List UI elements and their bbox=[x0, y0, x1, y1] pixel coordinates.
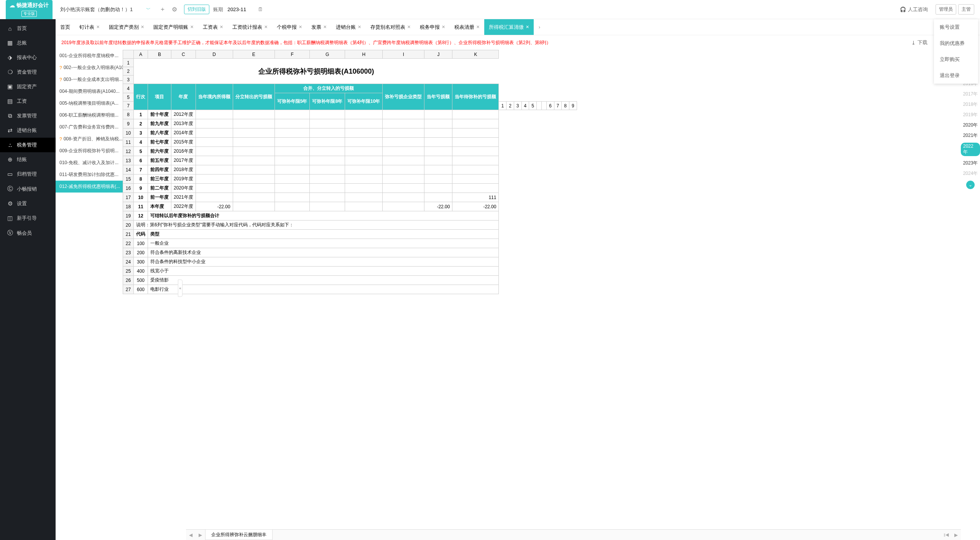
cell[interactable]: 25 bbox=[123, 267, 134, 276]
cell[interactable]: 合并、分立转入的亏损额 bbox=[275, 84, 383, 93]
cell[interactable] bbox=[275, 147, 310, 156]
cell[interactable] bbox=[233, 138, 275, 147]
tab[interactable]: 工资表✕ bbox=[198, 19, 228, 35]
form-list-item[interactable]: 005-纳税调整项目明细表(A... bbox=[56, 97, 123, 109]
old-version-button[interactable]: 切到旧版 bbox=[184, 5, 209, 14]
cell[interactable]: D bbox=[196, 50, 233, 59]
cell[interactable] bbox=[383, 184, 424, 193]
cell[interactable]: 可弥补年限5年 bbox=[275, 93, 310, 110]
cell[interactable]: -22.00 bbox=[424, 202, 452, 211]
role-admin-button[interactable]: 管理员 bbox=[936, 4, 956, 15]
form-list-item[interactable]: ?008-资产折旧、摊销及纳税... bbox=[56, 133, 123, 145]
cell[interactable] bbox=[310, 202, 345, 211]
cell[interactable] bbox=[196, 165, 233, 175]
cell[interactable] bbox=[233, 110, 275, 119]
cell[interactable]: -22.00 bbox=[196, 202, 233, 211]
cell[interactable] bbox=[345, 165, 383, 175]
cell[interactable] bbox=[345, 184, 383, 193]
cell[interactable]: 10 bbox=[123, 128, 134, 138]
cell[interactable] bbox=[345, 119, 383, 128]
cell[interactable]: 前八年度 bbox=[148, 128, 171, 138]
cell[interactable]: 2022年度 bbox=[171, 202, 196, 211]
cell[interactable]: 20 bbox=[123, 221, 134, 230]
cell[interactable]: 1 bbox=[134, 110, 148, 119]
cell[interactable]: 4 bbox=[134, 138, 148, 147]
cell[interactable]: 行次 bbox=[134, 84, 148, 110]
cell[interactable]: 7 bbox=[123, 102, 134, 110]
close-icon[interactable]: ✕ bbox=[358, 25, 361, 30]
cell[interactable] bbox=[123, 50, 134, 59]
cell[interactable]: 当年待弥补的亏损额 bbox=[452, 84, 499, 110]
user-menu-item[interactable]: 我的优惠券 bbox=[934, 35, 978, 51]
cell[interactable] bbox=[452, 138, 499, 147]
cell[interactable]: 2017年度 bbox=[171, 156, 196, 165]
cell[interactable] bbox=[383, 119, 424, 128]
year-item[interactable]: 2023年 bbox=[963, 160, 978, 166]
cell[interactable]: C bbox=[171, 50, 196, 59]
cell[interactable] bbox=[345, 193, 383, 202]
cell[interactable] bbox=[424, 156, 452, 165]
cell[interactable] bbox=[310, 165, 345, 175]
cell[interactable]: 说明：第6列"弥补亏损企业类型"需要手动输入对应代码，代码对应关系如下： bbox=[134, 221, 499, 230]
cell[interactable]: A bbox=[134, 50, 148, 59]
sidebar-item[interactable]: ▤工资 bbox=[0, 94, 56, 109]
cell[interactable]: 8 bbox=[562, 102, 569, 110]
cell[interactable] bbox=[310, 193, 345, 202]
cell[interactable]: 受疫情影 bbox=[148, 276, 499, 285]
tab[interactable]: 钉计表✕ bbox=[75, 19, 104, 35]
cell[interactable] bbox=[196, 119, 233, 128]
tab[interactable]: 存货别名对照表✕ bbox=[366, 19, 415, 35]
role-supervisor-button[interactable]: 主管 bbox=[958, 4, 974, 15]
cell[interactable]: 4 bbox=[521, 102, 529, 110]
cell[interactable] bbox=[275, 175, 310, 184]
sheet-tab[interactable]: 企业所得辨弥补云捆朋细丰 bbox=[205, 530, 273, 540]
download-button[interactable]: ⤓下载 bbox=[911, 39, 927, 46]
cell[interactable]: 600 bbox=[134, 285, 148, 294]
cell[interactable] bbox=[275, 165, 310, 175]
cell[interactable]: 本年度 bbox=[148, 202, 171, 211]
cell[interactable]: 2021年度 bbox=[171, 193, 196, 202]
cell[interactable]: 9 bbox=[569, 102, 577, 110]
cell[interactable]: 当年亏损额 bbox=[424, 84, 452, 110]
year-item[interactable]: 2021年 bbox=[963, 132, 978, 139]
sidebar-item[interactable]: Ⓥ畅会员 bbox=[0, 226, 56, 240]
cell[interactable]: 5 bbox=[123, 93, 134, 102]
cell[interactable]: 500 bbox=[134, 276, 148, 285]
form-list-item[interactable]: 001-企业所得税年度纳税申... bbox=[56, 50, 123, 62]
year-item[interactable]: 2018年 bbox=[963, 101, 978, 108]
form-list-item[interactable]: ?003-一般企业成本支出明细... bbox=[56, 74, 123, 86]
cell[interactable]: 符合条件的高新技术企业 bbox=[148, 248, 499, 257]
cell[interactable] bbox=[196, 175, 233, 184]
cell[interactable] bbox=[310, 147, 345, 156]
cell[interactable]: 10 bbox=[134, 193, 148, 202]
close-icon[interactable]: ✕ bbox=[407, 25, 411, 30]
cell[interactable]: 400 bbox=[134, 267, 148, 276]
cell[interactable] bbox=[196, 138, 233, 147]
cell[interactable]: 弥补亏损企业类型 bbox=[383, 84, 424, 110]
cell[interactable]: 前三年度 bbox=[148, 175, 171, 184]
cell[interactable]: 前一年度 bbox=[148, 193, 171, 202]
cell[interactable]: 13 bbox=[123, 156, 134, 165]
sidebar-item[interactable]: ⚙设置 bbox=[0, 196, 56, 211]
year-item[interactable]: 2024年 bbox=[963, 170, 978, 177]
cell[interactable]: 前五年度 bbox=[148, 156, 171, 165]
cell[interactable] bbox=[275, 202, 310, 211]
cell[interactable]: 前二年度 bbox=[148, 184, 171, 193]
cell[interactable]: 8 bbox=[134, 175, 148, 184]
sidebar-item[interactable]: ▦总账 bbox=[0, 36, 56, 50]
cell[interactable] bbox=[383, 138, 424, 147]
cell[interactable] bbox=[424, 119, 452, 128]
cell[interactable] bbox=[452, 184, 499, 193]
cell[interactable]: 2014年度 bbox=[171, 128, 196, 138]
cell[interactable]: 15 bbox=[123, 175, 134, 184]
cell[interactable]: 11 bbox=[134, 202, 148, 211]
cell[interactable] bbox=[275, 138, 310, 147]
plus-icon[interactable]: ＋ bbox=[159, 5, 166, 13]
period-input[interactable] bbox=[226, 5, 257, 14]
form-list-item[interactable]: ?002-一般企业收入明细表(A10... bbox=[56, 62, 123, 74]
cell[interactable] bbox=[452, 165, 499, 175]
tab[interactable]: 税表清册✕ bbox=[450, 19, 484, 35]
sheet-tab-end[interactable]: ▶ bbox=[951, 532, 961, 538]
tab[interactable]: 固定资产明细账✕ bbox=[149, 19, 198, 35]
sidebar-item[interactable]: ⛬税务管理 bbox=[0, 138, 56, 152]
